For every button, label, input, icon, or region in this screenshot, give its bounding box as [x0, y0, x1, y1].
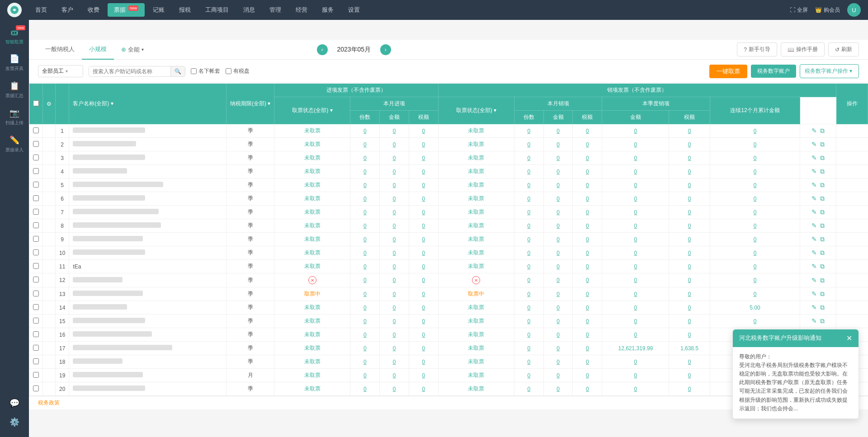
th-client-name[interactable]: 客户名称(全部) ▾	[69, 84, 226, 124]
th-settings[interactable]: ⚙	[43, 84, 56, 124]
row-checkbox[interactable]	[33, 358, 39, 364]
copy-icon[interactable]: ⧉	[820, 181, 825, 188]
edit-icon[interactable]: ✎	[811, 195, 817, 202]
copy-icon[interactable]: ⧉	[820, 249, 825, 256]
row-checkbox[interactable]	[33, 168, 39, 174]
copy-icon[interactable]: ⧉	[820, 208, 825, 216]
select-all-checkbox[interactable]	[33, 100, 39, 106]
checkbox-account[interactable]: 名下帐套	[191, 67, 220, 75]
edit-icon[interactable]: ✎	[811, 235, 817, 243]
fullscreen-button[interactable]: ⛶ 全屏	[790, 6, 808, 14]
manual-button[interactable]: 📖 操作手册	[781, 42, 825, 56]
copy-icon[interactable]: ⧉	[820, 290, 825, 297]
row-checkbox[interactable]	[33, 331, 39, 337]
tab-all-scope[interactable]: ⊕ 全能 ▾	[121, 46, 144, 54]
row-checkbox[interactable]	[33, 155, 39, 160]
employee-filter[interactable]: 全部员工 ▾	[38, 65, 83, 77]
row-checkbox[interactable]	[33, 345, 39, 351]
edit-icon[interactable]: ✎	[811, 304, 817, 311]
guide-button[interactable]: ? 新手引导	[737, 42, 777, 56]
logo[interactable]	[7, 3, 22, 17]
copy-icon[interactable]: ⧉	[820, 304, 825, 311]
refresh-button[interactable]: ↺ 刷新	[828, 42, 859, 56]
nav-client[interactable]: 客户	[55, 3, 80, 17]
search-input[interactable]	[89, 66, 170, 76]
row-checkbox[interactable]	[33, 195, 39, 201]
nav-fee[interactable]: 收费	[81, 3, 106, 17]
row-checkbox[interactable]	[33, 263, 39, 269]
nav-home[interactable]: 首页	[29, 3, 53, 17]
tax-digital-account-ops-button[interactable]: 税务数字账户操作 ▾	[800, 64, 859, 78]
nav-operation[interactable]: 经营	[289, 3, 314, 17]
edit-icon[interactable]: ✎	[811, 208, 817, 216]
sidebar-item-invoice-open[interactable]: 📄 发票开具	[0, 49, 29, 76]
row-checkbox[interactable]	[33, 318, 39, 324]
popup-close-button[interactable]: ✕	[846, 334, 852, 343]
edit-icon[interactable]: ✎	[811, 263, 817, 270]
edit-icon[interactable]: ✎	[811, 168, 817, 175]
tab-small-scale[interactable]: 小规模	[82, 40, 114, 60]
copy-icon[interactable]: ⧉	[820, 168, 825, 175]
sidebar-item-config[interactable]: ⚙️	[9, 413, 19, 432]
sidebar-item-ticket-summary[interactable]: 📋 票据汇总	[0, 76, 29, 103]
tab-general-taxpayer[interactable]: 一般纳税人	[38, 40, 82, 60]
row-in-amount-cell: 0	[380, 179, 409, 192]
row-checkbox[interactable]	[33, 209, 39, 215]
th-in-take-status[interactable]: 取票状态(全部) ▾	[274, 97, 350, 124]
copy-icon[interactable]: ⧉	[820, 235, 825, 243]
th-out-take-status[interactable]: 取票状态(全部) ▾	[438, 97, 514, 124]
copy-icon[interactable]: ⧉	[820, 263, 825, 270]
edit-icon[interactable]: ✎	[811, 249, 817, 256]
copy-icon[interactable]: ⧉	[820, 195, 825, 202]
nav-settings[interactable]: 设置	[342, 3, 366, 17]
one-click-ticket-button[interactable]: 一键取票	[709, 65, 747, 78]
edit-icon[interactable]: ✎	[811, 317, 817, 324]
nav-service[interactable]: 服务	[316, 3, 340, 17]
row-checkbox[interactable]	[33, 277, 39, 282]
search-button[interactable]: 🔍	[170, 66, 185, 76]
row-checkbox[interactable]	[33, 385, 39, 391]
nav-manage[interactable]: 管理	[263, 3, 288, 17]
edit-icon[interactable]: ✎	[811, 127, 817, 134]
month-prev-button[interactable]: ‹	[317, 44, 328, 55]
sidebar-item-smart-ticket[interactable]: 🎟 智能取票 new	[0, 23, 29, 49]
tax-policy-link[interactable]: 税务政策	[38, 399, 60, 407]
row-checkbox[interactable]	[33, 249, 39, 255]
checkbox-taxdisk[interactable]: 有税盘	[226, 67, 250, 75]
sidebar-item-ticket-entry[interactable]: ✏️ 票据录入	[0, 131, 29, 158]
copy-icon[interactable]: ⧉	[820, 127, 825, 134]
edit-icon[interactable]: ✎	[811, 141, 817, 148]
row-checkbox[interactable]	[33, 372, 39, 378]
month-next-button[interactable]: ›	[380, 44, 391, 55]
row-checkbox[interactable]	[33, 222, 39, 228]
edit-icon[interactable]: ✎	[811, 154, 817, 161]
nav-accounting[interactable]: 记账	[146, 3, 171, 17]
sidebar-item-scan-upload[interactable]: 📷 扫描上传	[0, 103, 29, 131]
row-checkbox[interactable]	[33, 182, 39, 188]
sidebar-item-messages[interactable]: 💬	[9, 394, 19, 413]
copy-icon[interactable]: ⧉	[820, 277, 825, 284]
row-checkbox[interactable]	[33, 236, 39, 242]
nav-business[interactable]: 工商项目	[199, 3, 235, 17]
copy-icon[interactable]: ⧉	[820, 141, 825, 148]
row-checkbox[interactable]	[33, 304, 39, 310]
copy-icon[interactable]: ⧉	[820, 154, 825, 161]
edit-icon[interactable]: ✎	[811, 277, 817, 284]
edit-icon[interactable]: ✎	[811, 181, 817, 188]
edit-icon[interactable]: ✎	[811, 222, 817, 229]
copy-icon[interactable]: ⧉	[820, 222, 825, 229]
nav-tax[interactable]: 报税	[173, 3, 197, 17]
row-checkbox[interactable]	[33, 141, 39, 147]
row-checkbox[interactable]	[33, 291, 39, 296]
th-tax-period[interactable]: 纳税期限(全部) ▾	[226, 84, 274, 124]
row-checkbox[interactable]	[33, 127, 39, 133]
account-checkbox[interactable]	[191, 68, 197, 74]
edit-icon[interactable]: ✎	[811, 290, 817, 297]
copy-icon[interactable]: ⧉	[820, 317, 825, 324]
tax-digital-account-button[interactable]: 税务数字账户	[751, 65, 796, 78]
user-avatar[interactable]: U	[847, 3, 861, 17]
vip-button[interactable]: 👑 购会员	[815, 6, 840, 14]
nav-ticket[interactable]: 票据 new	[108, 3, 145, 17]
nav-message[interactable]: 消息	[237, 3, 261, 17]
taxdisk-checkbox[interactable]	[226, 68, 231, 74]
